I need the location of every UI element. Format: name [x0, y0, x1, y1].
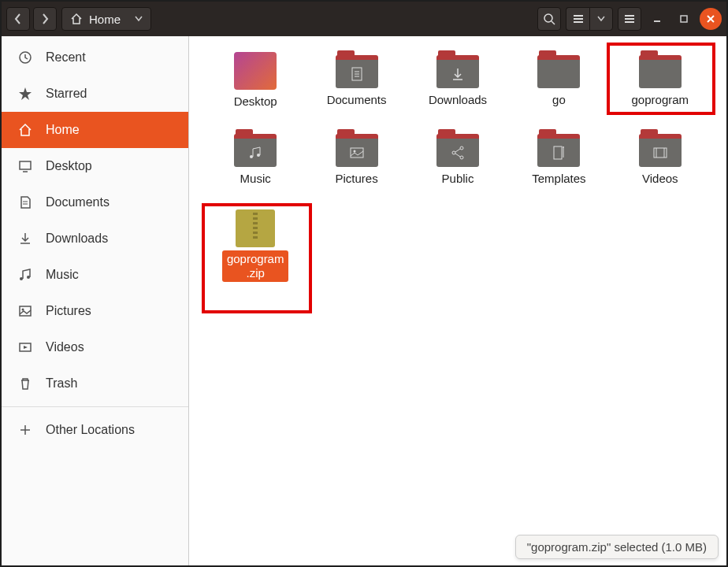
file-item-pictures[interactable]: Pictures: [306, 128, 407, 206]
file-item-goprogram-zip[interactable]: goprogram.zip: [205, 206, 306, 285]
folder-icon: [537, 55, 580, 88]
sidebar-item-trash[interactable]: Trash: [2, 365, 188, 402]
pictures-icon: [17, 304, 33, 318]
clock-icon: [17, 50, 33, 65]
sidebar-item-label: Downloads: [46, 232, 108, 246]
list-view-button[interactable]: [566, 7, 589, 31]
svg-point-18: [27, 276, 30, 279]
file-label: Desktop: [229, 93, 282, 110]
file-label: Downloads: [424, 91, 492, 109]
minimize-button[interactable]: [646, 8, 668, 30]
trash-icon: [17, 376, 33, 391]
forward-button[interactable]: [33, 7, 57, 31]
folder-icon: [336, 134, 378, 167]
chevron-down-icon: [135, 16, 143, 22]
sidebar-item-label: Trash: [46, 376, 77, 391]
file-label: goprogram.zip: [222, 250, 289, 282]
back-button[interactable]: [6, 7, 30, 31]
sidebar-item-starred[interactable]: Starred: [2, 76, 188, 112]
folder-icon: [436, 55, 479, 88]
svg-line-1: [552, 21, 555, 24]
folder-icon: [639, 55, 682, 88]
svg-rect-9: [681, 16, 687, 22]
file-item-downloads[interactable]: Downloads: [407, 49, 508, 128]
sidebar-other-locations[interactable]: Other Locations: [2, 412, 188, 448]
close-button[interactable]: [700, 8, 722, 30]
svg-point-31: [353, 150, 355, 153]
hamburger-menu-button[interactable]: [618, 7, 641, 31]
sidebar-item-label: Music: [46, 268, 79, 282]
sidebar-item-label: Pictures: [46, 304, 91, 318]
svg-point-29: [257, 154, 260, 157]
file-item-public[interactable]: Public: [407, 128, 508, 206]
sidebar-item-videos[interactable]: Videos: [2, 329, 188, 365]
videos-icon: [17, 340, 33, 354]
sidebar-item-documents[interactable]: Documents: [2, 184, 188, 220]
sidebar-item-label: Documents: [46, 195, 110, 209]
search-button[interactable]: [537, 7, 561, 31]
folder-icon: [234, 134, 277, 167]
svg-point-0: [544, 14, 552, 22]
sidebar-item-label: Other Locations: [46, 423, 135, 437]
file-item-desktop[interactable]: Desktop: [205, 49, 306, 128]
folder-icon: [639, 134, 682, 167]
archive-icon: [236, 209, 275, 247]
sidebar-item-downloads[interactable]: Downloads: [2, 220, 188, 257]
file-label: Music: [236, 170, 276, 187]
folder-icon: [537, 134, 580, 167]
pathbar[interactable]: Home: [61, 7, 151, 31]
sidebar-item-label: Desktop: [46, 159, 92, 173]
file-item-videos[interactable]: Videos: [610, 128, 711, 206]
downloads-icon: [17, 232, 33, 246]
svg-rect-13: [20, 161, 31, 169]
svg-line-36: [455, 154, 460, 157]
path-label: Home: [89, 13, 121, 26]
music-icon: [17, 268, 33, 282]
desktop-icon: [17, 159, 33, 173]
sidebar-item-pictures[interactable]: Pictures: [2, 293, 188, 329]
file-item-documents[interactable]: Documents: [306, 49, 407, 128]
folder-icon: [436, 134, 479, 167]
svg-point-17: [20, 277, 23, 280]
desktop-icon: [234, 52, 277, 90]
sidebar-item-music[interactable]: Music: [2, 257, 188, 293]
sidebar-item-label: Videos: [46, 340, 84, 354]
status-text: "goprogram.zip" selected (1.0 MB): [527, 540, 707, 554]
file-label: Templates: [527, 170, 590, 187]
view-options-button[interactable]: [589, 7, 613, 31]
star-icon: [17, 87, 33, 101]
svg-point-28: [250, 155, 253, 158]
sidebar-item-label: Starred: [46, 87, 87, 101]
svg-point-34: [460, 156, 463, 159]
documents-icon: [17, 195, 33, 209]
folder-icon: [336, 55, 378, 88]
home-icon: [17, 123, 33, 137]
svg-point-32: [452, 151, 455, 154]
plus-icon: [17, 423, 33, 437]
svg-point-39: [563, 146, 564, 148]
file-item-templates[interactable]: Templates: [508, 128, 609, 206]
file-item-go[interactable]: go: [508, 49, 609, 128]
file-label: go: [548, 91, 570, 109]
file-label: Public: [437, 170, 479, 187]
file-label: Pictures: [331, 170, 383, 187]
maximize-button[interactable]: [673, 8, 695, 30]
sidebar-item-home[interactable]: Home: [2, 112, 188, 148]
svg-rect-40: [654, 148, 667, 158]
sidebar-item-recent[interactable]: Recent: [2, 39, 188, 76]
svg-rect-37: [554, 146, 562, 159]
svg-line-35: [455, 149, 460, 152]
file-label: Videos: [637, 170, 683, 187]
status-bar: "goprogram.zip" selected (1.0 MB): [515, 535, 719, 559]
sidebar-item-label: Recent: [46, 50, 86, 65]
sidebar-item-desktop[interactable]: Desktop: [2, 148, 188, 184]
home-icon: [70, 13, 83, 25]
file-grid: DesktopDocumentsDownloadsgogoprogramMusi…: [189, 36, 726, 565]
file-item-goprogram[interactable]: goprogram: [610, 49, 711, 128]
svg-point-20: [22, 309, 24, 311]
file-item-music[interactable]: Music: [205, 128, 306, 206]
svg-point-33: [460, 146, 463, 150]
titlebar: Home: [2, 2, 726, 36]
sidebar: RecentStarredHomeDesktopDocumentsDownloa…: [2, 36, 189, 565]
file-label: Documents: [322, 91, 392, 109]
